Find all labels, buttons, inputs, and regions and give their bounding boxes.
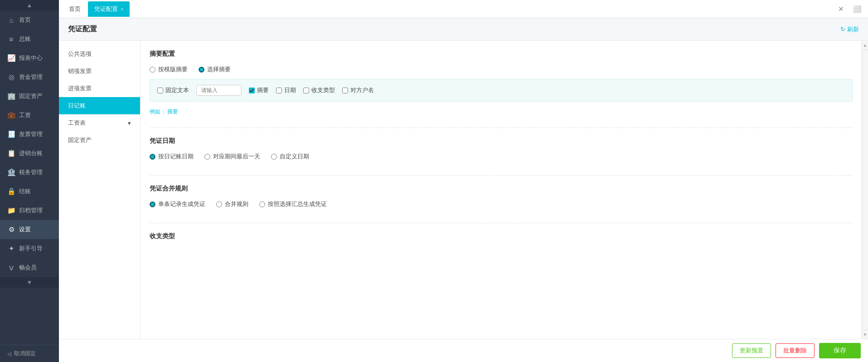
- save-button[interactable]: 保存: [819, 343, 861, 358]
- window-close-icon[interactable]: ✕: [835, 4, 847, 14]
- tab-voucher-config[interactable]: 凭证配置 ×: [88, 1, 130, 17]
- sidebar-item-ledger[interactable]: ≡ 总账: [0, 29, 59, 49]
- sidebar-scroll-up[interactable]: ▲: [0, 0, 59, 10]
- checkbox-date[interactable]: 日期: [276, 86, 296, 94]
- sidebar-item-label: 固定资产: [19, 92, 43, 100]
- tab-home[interactable]: 首页: [63, 1, 87, 17]
- checkbox-counterpart-input[interactable]: [342, 88, 348, 93]
- update-preview-button[interactable]: 更新预置: [732, 343, 771, 358]
- radio-journal-date-label: 按日记账日期: [158, 152, 194, 161]
- sidebar-item-home[interactable]: ⌂ 首页: [0, 10, 59, 29]
- left-nav-sales[interactable]: 销项发票: [59, 63, 140, 80]
- report-icon: 📈: [7, 54, 15, 62]
- checkbox-fixed-text-input[interactable]: [157, 88, 163, 93]
- checkbox-income-type-input[interactable]: [303, 88, 309, 93]
- sidebar-item-asset[interactable]: 🏢 固定资产: [0, 87, 59, 106]
- content-layout: 公共选项 销项发票 进项发票 日记账 工资表 ▾ 固定资产: [59, 41, 868, 339]
- left-nav-purchase-label: 进项发票: [68, 84, 92, 93]
- scroll-down-btn[interactable]: ▼: [862, 330, 868, 339]
- checkbox-income-type-label: 收支类型: [311, 86, 335, 94]
- left-nav-payroll[interactable]: 工资表 ▾: [59, 114, 140, 132]
- page-header: 凭证配置 ↻ 刷新: [59, 18, 868, 41]
- scroll-up-btn[interactable]: ▲: [862, 41, 868, 50]
- sidebar-item-purchase-sale[interactable]: 📋 进销台账: [0, 144, 59, 163]
- radio-select-input[interactable]: [199, 67, 204, 73]
- sidebar-item-label: 新手引导: [19, 245, 43, 253]
- radio-single-label: 单条记录生成凭证: [158, 200, 205, 208]
- left-nav-journal[interactable]: 日记账: [59, 97, 140, 114]
- sidebar-item-tax[interactable]: 🏦 税务管理: [0, 163, 59, 182]
- radio-summary-generate-input[interactable]: [259, 201, 265, 207]
- radio-custom-date-input[interactable]: [271, 154, 277, 160]
- radio-single[interactable]: 单条记录生成凭证: [150, 200, 205, 208]
- merge-radio-group: 单条记录生成凭证 合并规则 按照选择汇总生成凭证: [150, 200, 853, 208]
- radio-merge-rule-input[interactable]: [216, 201, 222, 207]
- section-merge-title: 凭证合并规则: [150, 185, 853, 193]
- radio-last-day-label: 对应期间最后一天: [213, 152, 260, 161]
- sidebar-item-guide[interactable]: ✦ 新手引导: [0, 239, 59, 258]
- asset-icon: 🏢: [7, 92, 15, 100]
- sidebar-scroll-down[interactable]: ▼: [0, 277, 59, 288]
- tab-close-icon[interactable]: ×: [121, 6, 123, 12]
- radio-summary-generate-label: 按照选择汇总生成凭证: [268, 200, 327, 208]
- example-value: 摘要: [167, 108, 178, 115]
- checkbox-counterpart[interactable]: 对方户名: [342, 86, 374, 94]
- radio-summary-generate[interactable]: 按照选择汇总生成凭证: [259, 200, 327, 208]
- vip-icon: V: [7, 264, 15, 272]
- summary-checkbox-row: 固定文本 摘要 日期 收支类型: [150, 79, 853, 102]
- unpin-icon: ◁: [7, 351, 11, 357]
- example-text: 例如： 摘要: [150, 105, 853, 118]
- radio-journal-date[interactable]: 按日记账日期: [150, 152, 194, 161]
- radio-select-summary[interactable]: 选择摘要: [199, 65, 231, 73]
- unpin-label: 取消固定: [14, 350, 36, 357]
- tax-icon: 🏦: [7, 168, 15, 176]
- sidebar-item-label: 设置: [19, 225, 31, 234]
- radio-last-day-input[interactable]: [204, 154, 210, 160]
- checkbox-summary-input[interactable]: [249, 88, 255, 93]
- sidebar-item-vip[interactable]: V 畅会员: [0, 258, 59, 277]
- left-nav-sales-label: 销项发票: [68, 67, 92, 75]
- radio-journal-date-input[interactable]: [150, 154, 155, 160]
- summary-radio-group: 按模版摘要 选择摘要: [150, 65, 853, 73]
- home-icon: ⌂: [7, 16, 15, 24]
- radio-custom-date[interactable]: 自定义日期: [271, 152, 309, 161]
- radio-last-day[interactable]: 对应期间最后一天: [204, 152, 260, 161]
- checkbox-income-type[interactable]: 收支类型: [303, 86, 335, 94]
- sidebar-item-salary[interactable]: 💼 工资: [0, 106, 59, 125]
- radio-template-input[interactable]: [150, 67, 155, 73]
- sidebar-item-invoice[interactable]: 🧾 发票管理: [0, 125, 59, 144]
- refresh-button[interactable]: ↻ 刷新: [840, 25, 859, 34]
- sidebar-item-settings[interactable]: ⚙ 设置: [0, 220, 59, 239]
- left-nav-payroll-label: 工资表: [68, 119, 86, 127]
- radio-single-input[interactable]: [150, 201, 155, 207]
- sidebar-item-archive[interactable]: 📁 归档管理: [0, 201, 59, 220]
- sidebar-unpin[interactable]: ◁ 取消固定: [0, 345, 59, 362]
- checkbox-fixed-text-label: 固定文本: [165, 86, 189, 94]
- radio-template-summary[interactable]: 按模版摘要: [150, 65, 188, 73]
- window-restore-icon[interactable]: ⬜: [850, 4, 864, 14]
- sidebar-item-fund[interactable]: ◎ 资金管理: [0, 68, 59, 87]
- tab-actions: ✕ ⬜: [835, 4, 864, 14]
- left-nav-fixed-asset[interactable]: 固定资产: [59, 132, 140, 149]
- left-nav-public[interactable]: 公共选项: [59, 45, 140, 63]
- sidebar-item-closing[interactable]: 🔒 结账: [0, 182, 59, 201]
- checkbox-date-label: 日期: [284, 86, 296, 94]
- sidebar-item-report[interactable]: 📈 报表中心: [0, 49, 59, 68]
- radio-merge-rule-label: 合并规则: [225, 200, 248, 208]
- sidebar-item-label: 归档管理: [19, 206, 43, 215]
- batch-delete-button[interactable]: 批量删除: [776, 343, 815, 358]
- checkbox-fixed-text[interactable]: 固定文本: [157, 86, 189, 94]
- sidebar-item-label: 工资: [19, 111, 31, 119]
- main-content: 摘要配置 按模版摘要 选择摘要 固定文本: [141, 41, 862, 339]
- section-summary-title: 摘要配置: [150, 50, 853, 58]
- checkbox-date-input[interactable]: [276, 88, 282, 93]
- sidebar-item-label: 资金管理: [19, 73, 43, 81]
- checkbox-summary[interactable]: 摘要: [249, 86, 269, 94]
- section-summary: 摘要配置 按模版摘要 选择摘要 固定文本: [150, 50, 853, 128]
- left-nav-purchase[interactable]: 进项发票: [59, 80, 140, 97]
- page-title: 凭证配置: [68, 24, 97, 34]
- fixed-text-input[interactable]: [196, 85, 242, 96]
- date-radio-group: 按日记账日期 对应期间最后一天 自定义日期: [150, 152, 853, 161]
- radio-merge-rule[interactable]: 合并规则: [216, 200, 248, 208]
- sidebar: ▲ ⌂ 首页 ≡ 总账 📈 报表中心 ◎ 资金管理 🏢 固定资产 💼 工资 🧾 …: [0, 0, 59, 362]
